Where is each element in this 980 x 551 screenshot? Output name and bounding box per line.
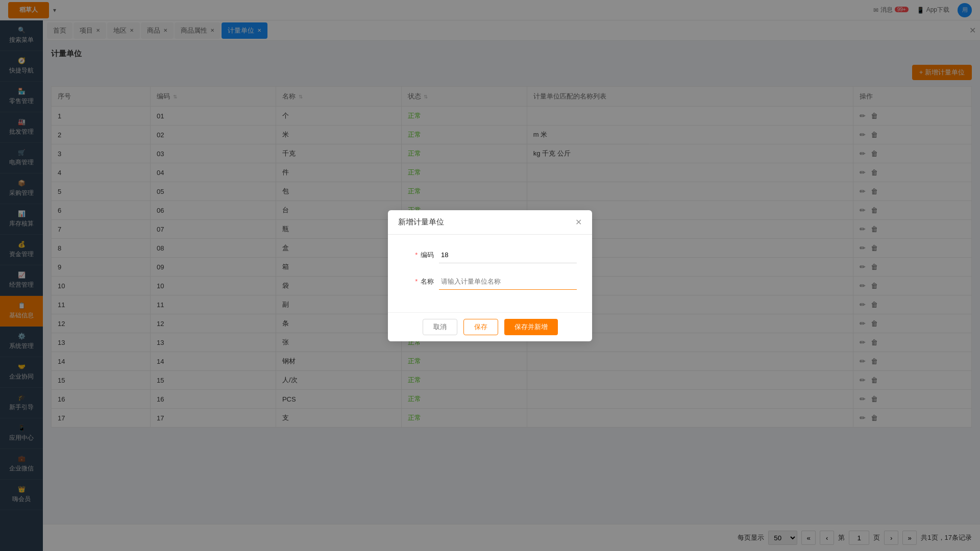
- modal-overlay: 新增计量单位 ✕ * 编码 * 名称 取消 保存 保存并新增: [0, 0, 980, 551]
- name-input[interactable]: [439, 273, 577, 290]
- modal-title: 新增计量单位: [398, 217, 444, 227]
- modal-footer: 取消 保存 保存并新增: [388, 312, 592, 341]
- save-button[interactable]: 保存: [463, 319, 498, 335]
- code-required-mark: *: [415, 251, 418, 259]
- modal-header: 新增计量单位 ✕: [388, 210, 592, 235]
- name-label-text: 名称: [421, 278, 434, 285]
- form-row-code: * 编码: [403, 247, 577, 263]
- code-label-text: 编码: [421, 251, 434, 259]
- name-required-mark: *: [415, 278, 418, 285]
- add-unit-modal: 新增计量单位 ✕ * 编码 * 名称 取消 保存 保存并新增: [388, 210, 592, 341]
- modal-body: * 编码 * 名称: [388, 235, 592, 312]
- code-input[interactable]: [439, 247, 577, 263]
- name-label: * 名称: [403, 277, 434, 286]
- modal-close-button[interactable]: ✕: [575, 217, 582, 227]
- cancel-button[interactable]: 取消: [423, 319, 457, 335]
- save-and-new-button[interactable]: 保存并新增: [504, 319, 558, 335]
- form-row-name: * 名称: [403, 273, 577, 290]
- code-label: * 编码: [403, 251, 434, 260]
